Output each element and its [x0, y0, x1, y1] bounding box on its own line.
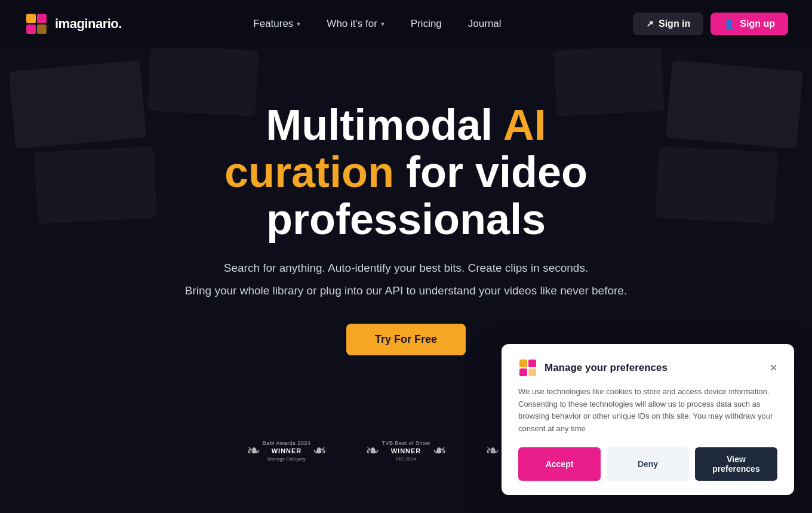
- award-org-2: TVB Best of Show: [382, 440, 430, 446]
- nav-links: Features ▾ Who it's for ▾ Pricing Journa…: [242, 13, 512, 35]
- award-type-1: WINNER: [272, 447, 302, 454]
- nav-item-journal[interactable]: Journal: [457, 13, 512, 35]
- cookie-body-text: We use technologies like cookies to stor…: [518, 386, 777, 435]
- bottom-title: Search within your: [24, 511, 788, 513]
- hero-description: Bring your whole library or plug into ou…: [24, 282, 788, 300]
- svg-rect-3: [37, 24, 47, 34]
- award-item-1: ❧ BaM Awards 2024 WINNER Manage Category…: [245, 421, 328, 481]
- hero-title: Multimodal AI curation for video profess…: [24, 102, 788, 244]
- svg-rect-4: [519, 360, 527, 367]
- chevron-down-icon: ▾: [381, 20, 385, 28]
- svg-rect-2: [26, 24, 36, 34]
- cookie-logo-icon: [518, 358, 537, 377]
- laurel-left-icon: ❧: [247, 441, 260, 460]
- svg-rect-0: [26, 14, 36, 23]
- nav-item-who-its-for[interactable]: Who it's for ▾: [316, 13, 395, 35]
- award-type-2: WINNER: [391, 447, 422, 454]
- award-category-1: Manage Category: [267, 456, 306, 462]
- deny-button[interactable]: Deny: [607, 447, 689, 481]
- chevron-down-icon: ▾: [297, 20, 300, 28]
- logo-text: imaginario.: [55, 16, 122, 32]
- svg-rect-7: [528, 368, 536, 376]
- nav-actions: ↗ Sign in 👤 Sign up: [633, 13, 788, 35]
- hero-subtitle: Search for anything. Auto-identify your …: [24, 262, 788, 275]
- try-for-free-button[interactable]: Try For Free: [346, 324, 466, 355]
- laurel-right-icon: ❧: [313, 441, 327, 460]
- laurel-left-icon: ❧: [365, 441, 379, 460]
- logo-link[interactable]: imaginario.: [24, 11, 122, 36]
- logo-icon: [24, 11, 49, 36]
- view-preferences-button[interactable]: View preferences: [695, 447, 777, 481]
- navbar: imaginario. Features ▾ Who it's for ▾ Pr…: [0, 0, 812, 48]
- cookie-close-button[interactable]: ×: [770, 361, 777, 374]
- award-org-1: BaM Awards 2024: [263, 440, 310, 446]
- svg-rect-6: [519, 368, 527, 376]
- cookie-title: Manage your preferences: [545, 362, 668, 374]
- sign-up-button[interactable]: 👤 Sign up: [710, 13, 788, 35]
- accept-button[interactable]: Accept: [518, 447, 601, 481]
- svg-rect-1: [37, 14, 47, 23]
- external-link-icon: ↗: [646, 19, 654, 29]
- nav-item-pricing[interactable]: Pricing: [400, 13, 453, 35]
- laurel-left-icon: ❧: [485, 441, 499, 460]
- laurel-right-icon: ❧: [433, 441, 447, 460]
- award-item-2: ❧ TVB Best of Show WINNER IBC 2024 ❧: [364, 421, 448, 481]
- cookie-header: Manage your preferences ×: [518, 358, 777, 377]
- cookie-banner: Manage your preferences × We use technol…: [502, 344, 794, 495]
- hero-section: Multimodal AI curation for video profess…: [0, 48, 812, 391]
- bottom-section: Search within your: [0, 499, 812, 513]
- person-add-icon: 👤: [724, 19, 735, 29]
- sign-in-button[interactable]: ↗ Sign in: [633, 13, 703, 35]
- award-category-2: IBC 2024: [396, 456, 416, 462]
- svg-rect-5: [528, 360, 536, 367]
- cookie-actions: Accept Deny View preferences: [518, 447, 777, 481]
- nav-item-features[interactable]: Features ▾: [242, 13, 311, 35]
